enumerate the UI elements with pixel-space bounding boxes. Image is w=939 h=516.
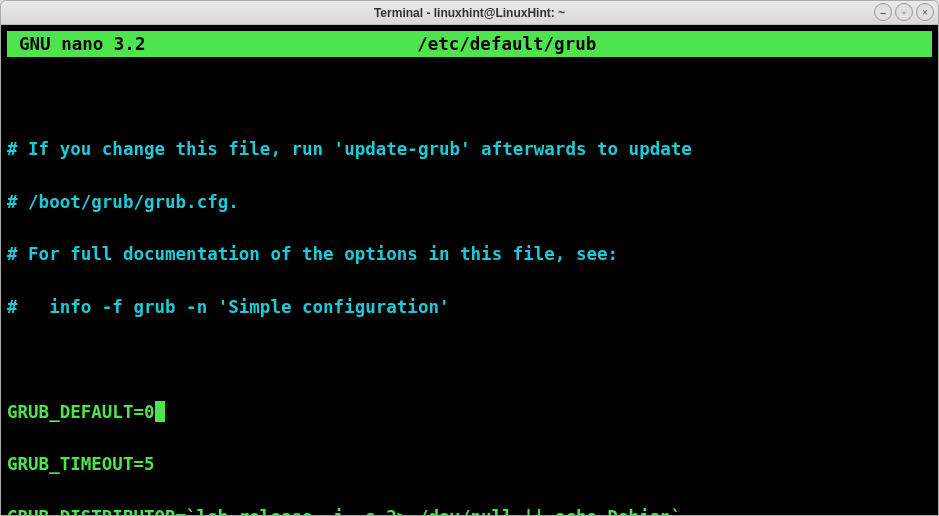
close-button[interactable]: × [916,3,934,21]
file-line: # If you change this file, run 'update-g… [7,136,932,162]
file-line: # For full documentation of the options … [7,241,932,267]
file-line: # info -f grub -n 'Simple configuration' [7,294,932,320]
nano-filename: /etc/default/grub [145,31,868,57]
nano-header: GNU nano 3.2 /etc/default/grub [7,31,932,57]
editor-content[interactable]: # If you change this file, run 'update-g… [7,57,932,515]
file-line: # /boot/grub/grub.cfg. [7,189,932,215]
file-line: GRUB_DISTRIBUTOR=`lsb_release -i -s 2> /… [7,504,932,516]
window-title: Terminal - linuxhint@LinuxHint: ~ [374,6,565,20]
window-controls: ‒ ◦ × [874,3,934,21]
maximize-button[interactable]: ◦ [895,3,913,21]
file-line: GRUB_TIMEOUT=5 [7,451,932,477]
file-line: GRUB_DEFAULT=0 [7,399,932,425]
minimize-button[interactable]: ‒ [874,3,892,21]
terminal-area[interactable]: GNU nano 3.2 /etc/default/grub # If you … [1,25,938,515]
nano-header-right [868,31,928,57]
nano-version: GNU nano 3.2 [11,31,145,57]
cursor [155,401,166,421]
terminal-window: Terminal - linuxhint@LinuxHint: ~ ‒ ◦ × … [0,0,939,516]
titlebar: Terminal - linuxhint@LinuxHint: ~ ‒ ◦ × [1,1,938,25]
